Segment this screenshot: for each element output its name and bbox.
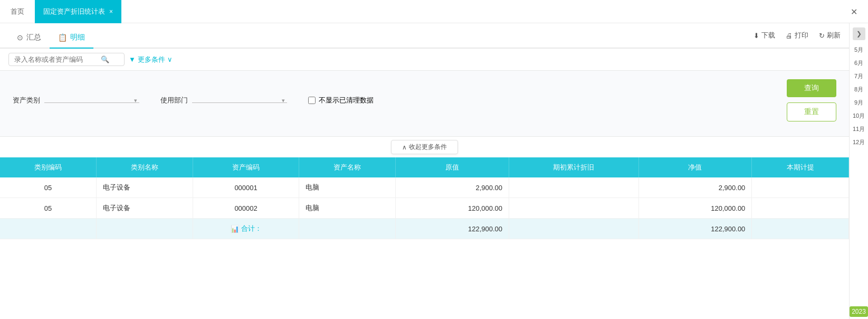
total-accumulated-depreciation — [509, 219, 639, 239]
tab-detail[interactable]: 📋 明细 — [50, 27, 93, 49]
table-wrap: 类别编码 类别名称 资产编码 资产名称 原值 期初累计折旧 净值 本期计提 05… — [0, 157, 849, 319]
collapse-label: 收起更多条件 — [409, 143, 447, 152]
cell-category-name: 电子设备 — [96, 198, 193, 219]
filter-area: 资产类别 使用部门 不显示已清理数据 查询 重置 — [0, 71, 849, 137]
cell-asset-name: 电脑 — [299, 177, 396, 198]
download-button[interactable]: ⬇ 下载 — [753, 31, 775, 40]
cell-category-code: 05 — [0, 198, 96, 219]
table-header-row: 类别编码 类别名称 资产编码 资产名称 原值 期初累计折旧 净值 本期计提 — [0, 157, 849, 177]
reset-button[interactable]: 重置 — [787, 102, 836, 121]
asset-category-select[interactable] — [44, 98, 139, 103]
tab-summary-label: 汇总 — [26, 33, 41, 42]
nav-tab-close-icon[interactable]: × — [109, 8, 113, 15]
sidebar-month-item[interactable]: 6月 — [853, 57, 865, 70]
hide-cleared-checkbox-wrap[interactable]: 不显示已清理数据 — [308, 96, 374, 105]
col-category-name: 类别名称 — [96, 157, 193, 177]
table-row: 05 电子设备 000002 电脑 120,000.00 120,000.00 — [0, 198, 849, 219]
data-table: 类别编码 类别名称 资产编码 资产名称 原值 期初累计折旧 净值 本期计提 05… — [0, 157, 849, 239]
search-bar: 🔍 ▼ 更多条件 ∨ — [0, 49, 849, 71]
more-conditions-label: 更多条件 — [138, 55, 165, 64]
total-label: 📊 合计： — [199, 224, 292, 233]
col-current-depreciation: 本期计提 — [752, 157, 849, 177]
search-icon: 🔍 — [101, 55, 109, 63]
search-input-wrap[interactable]: 🔍 — [8, 53, 125, 66]
tab-bar: ⊙ 汇总 📋 明细 ⬇ 下载 🖨 打印 ↻ 刷新 — [0, 23, 849, 49]
sidebar-year-badge[interactable]: 2023 — [850, 306, 868, 317]
total-net-value: 122,900.00 — [638, 219, 752, 239]
table-row: 05 电子设备 000001 电脑 2,900.00 2,900.00 — [0, 177, 849, 198]
nav-tab-label: 固定资产折旧统计表 — [43, 7, 105, 16]
total-row: 📊 合计： 122,900.00 122,900.00 — [0, 219, 849, 239]
col-accumulated-depreciation: 期初累计折旧 — [509, 157, 639, 177]
cell-net-value: 2,900.00 — [638, 177, 752, 198]
col-net-value: 净值 — [638, 157, 752, 177]
download-icon: ⬇ — [753, 32, 759, 40]
sidebar-month-item[interactable]: 10月 — [853, 109, 865, 123]
filter-icon: ▼ — [129, 55, 136, 63]
tab-detail-label: 明细 — [70, 33, 85, 42]
use-department-select[interactable] — [192, 98, 287, 103]
col-original-value: 原值 — [396, 157, 509, 177]
sidebar-month-item[interactable]: 9月 — [853, 96, 865, 109]
col-asset-name: 资产名称 — [299, 157, 396, 177]
query-button[interactable]: 查询 — [787, 79, 836, 97]
summary-icon: ⊙ — [17, 33, 23, 42]
asset-category-label: 资产类别 — [13, 96, 40, 105]
filter-buttons: 查询 重置 — [787, 79, 836, 121]
detail-icon: 📋 — [58, 33, 67, 42]
refresh-button[interactable]: ↻ 刷新 — [819, 31, 841, 40]
sidebar-arrow-up[interactable]: ❯ — [853, 27, 865, 40]
col-category-code: 类别编码 — [0, 157, 96, 177]
refresh-icon: ↻ — [819, 32, 825, 40]
chevron-down-icon: ∨ — [167, 55, 173, 63]
main-panel: ⊙ 汇总 📋 明细 ⬇ 下载 🖨 打印 ↻ 刷新 — [0, 23, 849, 319]
print-label: 打印 — [795, 31, 808, 40]
cell-net-value: 120,000.00 — [638, 198, 752, 219]
refresh-label: 刷新 — [827, 31, 841, 40]
cell-category-name: 电子设备 — [96, 177, 193, 198]
sidebar-month-item[interactable]: 7月 — [853, 70, 865, 83]
cell-category-code: 05 — [0, 177, 96, 198]
tab-actions: ⬇ 下载 🖨 打印 ↻ 刷新 — [753, 31, 841, 40]
more-conditions-button[interactable]: ▼ 更多条件 ∨ — [129, 55, 173, 64]
cell-asset-code: 000001 — [193, 177, 299, 198]
cell-current-depreciation — [752, 198, 849, 219]
download-label: 下载 — [761, 31, 775, 40]
search-input[interactable] — [14, 55, 99, 63]
asset-category-filter: 资产类别 — [13, 96, 139, 105]
sidebar-months: 5月6月7月8月9月10月11月12月 — [853, 43, 865, 149]
sidebar-month-item[interactable]: 11月 — [853, 123, 865, 136]
cell-asset-name: 电脑 — [299, 198, 396, 219]
collapse-icon: ∧ — [402, 144, 407, 151]
cell-original-value: 120,000.00 — [396, 198, 509, 219]
content-area: ⊙ 汇总 📋 明细 ⬇ 下载 🖨 打印 ↻ 刷新 — [0, 23, 868, 319]
nav-home[interactable]: 首页 — [0, 0, 35, 23]
filter-row: 资产类别 使用部门 不显示已清理数据 查询 重置 — [13, 79, 836, 121]
print-icon: 🖨 — [786, 32, 793, 40]
sidebar-month-item[interactable]: 5月 — [853, 43, 865, 57]
total-icon: 📊 — [231, 225, 239, 233]
sidebar-month-item[interactable]: 12月 — [853, 136, 865, 149]
window-close-button[interactable]: ✕ — [851, 6, 857, 16]
sidebar-month-item[interactable]: 8月 — [853, 83, 865, 96]
tab-summary[interactable]: ⊙ 汇总 — [8, 27, 50, 49]
total-current-depreciation — [752, 219, 849, 239]
cell-current-depreciation — [752, 177, 849, 198]
cell-accumulated-depreciation — [509, 198, 639, 219]
print-button[interactable]: 🖨 打印 — [786, 31, 808, 40]
use-department-filter: 使用部门 — [160, 96, 287, 105]
cell-asset-code: 000002 — [193, 198, 299, 219]
right-sidebar: ❯ 5月6月7月8月9月10月11月12月 2023 — [849, 23, 868, 319]
cell-accumulated-depreciation — [509, 177, 639, 198]
collapse-row: ∧ 收起更多条件 — [0, 137, 849, 157]
hide-cleared-label: 不显示已清理数据 — [319, 96, 374, 105]
use-department-label: 使用部门 — [160, 96, 188, 105]
collapse-button[interactable]: ∧ 收起更多条件 — [391, 140, 458, 154]
hide-cleared-checkbox[interactable] — [308, 97, 316, 104]
total-original-value: 122,900.00 — [396, 219, 509, 239]
nav-active-tab[interactable]: 固定资产折旧统计表 × — [35, 0, 121, 23]
top-nav: 首页 固定资产折旧统计表 × ✕ — [0, 0, 868, 23]
col-asset-code: 资产编码 — [193, 157, 299, 177]
cell-original-value: 2,900.00 — [396, 177, 509, 198]
